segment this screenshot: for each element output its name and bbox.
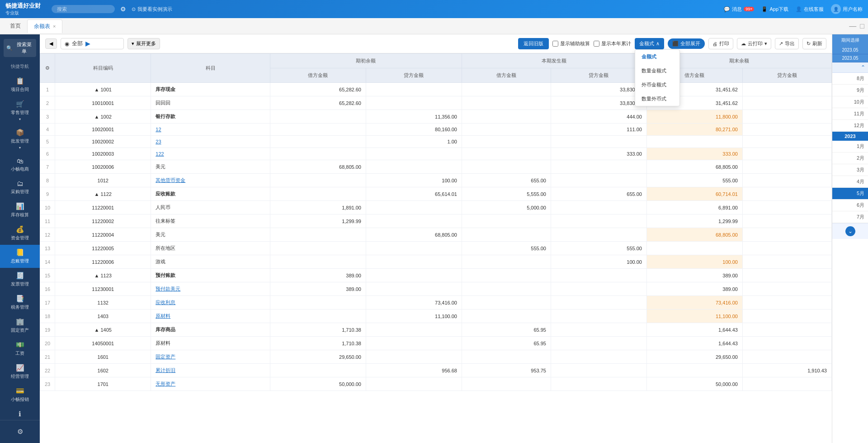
cell-name: 银行存款 (151, 110, 270, 124)
name-link[interactable]: 累计折旧 (156, 367, 175, 373)
return-old-btn[interactable]: 返回旧版 (518, 38, 549, 49)
name-link[interactable]: 固定资产 (156, 354, 175, 359)
show-ytd-checkbox[interactable] (594, 41, 599, 47)
print-btn[interactable]: 🖨 打印 (708, 38, 733, 49)
cell-name[interactable]: 12 (151, 124, 270, 136)
format-dropdown-btn[interactable]: 金额式 ∧ (635, 38, 664, 49)
nav-back-btn[interactable]: ◀ (45, 38, 57, 49)
period-9[interactable]: 9月 (832, 85, 868, 96)
cloud-print-btn[interactable]: ☁ 云打印 ▾ (737, 38, 771, 49)
show-ytd-label[interactable]: 显示本年累计 (594, 40, 631, 47)
period-10[interactable]: 10月 (832, 96, 868, 108)
tab-close-btn[interactable]: × (53, 24, 56, 29)
th-settings[interactable]: ⚙ (40, 54, 55, 83)
name-link[interactable]: 122 (156, 151, 164, 157)
period-11[interactable]: 11月 (832, 108, 868, 120)
sidebar-item-expense[interactable]: 💳 小畅报销 (0, 383, 40, 406)
name-link[interactable]: 其他货币资金 (156, 177, 185, 183)
sidebar-item-project[interactable]: 📋 项目合同 (0, 73, 40, 96)
user-area[interactable]: 👤 用户名称 (831, 4, 863, 14)
demo-link[interactable]: ⊙ 我要看实例演示 (132, 6, 172, 13)
format-option-amount[interactable]: 金额式 (635, 50, 679, 64)
period-collapse-down-btn[interactable]: ⌄ (832, 223, 868, 239)
period-8[interactable]: 8月 (832, 73, 868, 85)
period-7[interactable]: 7月 (832, 211, 868, 223)
settings-gear-icon[interactable]: ⚙ (120, 5, 126, 13)
sidebar-search-btn[interactable]: 🔍 搜索菜单 (4, 39, 36, 57)
sidebar-item-ecom[interactable]: 🛍 小畅电商 (0, 153, 40, 176)
name-link[interactable]: 无形资产 (156, 381, 175, 386)
period-2[interactable]: 2月 (832, 152, 868, 164)
online-service-btn[interactable]: 👤 在线客服 (796, 6, 824, 13)
format-option-forex-amount[interactable]: 外币金额式 (635, 78, 679, 92)
cell-name[interactable]: 原材料 (151, 310, 270, 323)
cell-code: 14050001 (55, 337, 151, 350)
sidebar-item-ops[interactable]: 📈 经营管理 (0, 360, 40, 383)
sidebar-item-wholesale[interactable]: 📦 批发管理 ▾ (0, 125, 40, 153)
cell-row-num: 1 (40, 83, 55, 96)
search-forward-btn[interactable]: ▶ (85, 40, 90, 47)
msg-label: 消息 (732, 6, 742, 13)
expand-all-btn[interactable]: ⬛ 全部展开 (668, 38, 705, 49)
cell-name[interactable]: 122 (151, 148, 270, 160)
sidebar-item-finance[interactable]: 💰 资金管理 (0, 222, 40, 245)
maximize-btn[interactable]: □ (860, 22, 864, 30)
cell-closing-credit (742, 110, 831, 124)
sidebar-item-base[interactable]: ℹ 基础信息 (0, 406, 40, 420)
name-link[interactable]: 原材料 (156, 313, 170, 319)
cell-code: 10020006 (55, 160, 151, 174)
sidebar-item-ledger[interactable]: 📒 总账管理 (0, 245, 40, 268)
cell-name[interactable]: 无形资产 (151, 377, 270, 391)
name-link[interactable]: 12 (156, 127, 161, 132)
period-3[interactable]: 3月 (832, 164, 868, 176)
cell-name[interactable]: 累计折旧 (151, 364, 270, 377)
cell-closing-credit (742, 242, 831, 255)
sidebar-item-inventory[interactable]: 📊 库存核算 (0, 199, 40, 222)
format-option-qty-amount[interactable]: 数量金额式 (635, 64, 679, 78)
sidebar-item-label-inventory: 库存核算 (11, 212, 29, 218)
name-link[interactable]: 23 (156, 139, 161, 144)
msg-btn[interactable]: 💬 消息 99+ (724, 6, 754, 13)
period-12[interactable]: 12月 (832, 120, 868, 132)
sidebar-item-invoice[interactable]: 🧾 发票管理 (0, 268, 40, 291)
expand-more-btn[interactable]: ▾ 展开更多 (127, 38, 160, 49)
period-4[interactable]: 4月 (832, 176, 868, 188)
cell-name[interactable]: 应收利息 (151, 296, 270, 310)
app-download-btn[interactable]: 📱 App下载 (761, 6, 788, 13)
cell-name[interactable]: 23 (151, 136, 270, 148)
cell-name[interactable]: 其他货币资金 (151, 174, 270, 187)
export-btn[interactable]: ↗ 导出 (775, 38, 799, 49)
name-link[interactable]: 应收利息 (156, 300, 175, 305)
top-search-input[interactable] (52, 5, 115, 13)
tab-yue-biao[interactable]: 余额表 × (27, 19, 62, 33)
tab-home[interactable]: 首页 (4, 19, 27, 33)
period-collapse-up-btn[interactable]: ⌃ (832, 62, 868, 73)
period-6[interactable]: 6月 (832, 200, 868, 211)
sidebar-settings-btn[interactable]: ⚙ (0, 424, 40, 439)
show-aux-checkbox[interactable] (552, 41, 558, 47)
period-year1: 2023.05 (832, 46, 868, 54)
ledger-icon: 📒 (16, 248, 24, 257)
refresh-btn[interactable]: ↻ 刷新 (802, 38, 826, 49)
format-option-qty-forex[interactable]: 数量外币式 (635, 92, 679, 106)
sidebar-item-retail[interactable]: 🛒 零售管理 ▾ (0, 96, 40, 125)
cell-name[interactable]: 固定资产 (151, 350, 270, 364)
minimize-btn[interactable]: — (849, 22, 856, 30)
cell-row-num: 2 (40, 96, 55, 110)
cell-code: ▲ 1002 (55, 110, 151, 124)
print-label: 打印 (719, 40, 729, 47)
sidebar-item-purchase[interactable]: 🗂 采购管理 (0, 176, 40, 199)
sidebar-item-assets[interactable]: 🏢 固定资产 (0, 314, 40, 337)
period-1[interactable]: 1月 (832, 141, 868, 152)
top-bar-center: ⚙ ⊙ 我要看实例演示 (52, 5, 724, 13)
period-2023-year[interactable]: 2023 (832, 132, 868, 141)
cell-current-credit (551, 296, 646, 310)
name-link[interactable]: 预付款美元 (156, 286, 180, 291)
show-aux-label[interactable]: 显示辅助核算 (552, 40, 590, 47)
cell-row-num: 19 (40, 323, 55, 337)
cell-name[interactable]: 预付款美元 (151, 282, 270, 296)
sidebar-item-label-retail: 零售管理 (11, 110, 29, 116)
sidebar-item-salary[interactable]: 💵 工资 (0, 337, 40, 360)
period-5[interactable]: 5月 (832, 188, 868, 200)
sidebar-item-tax[interactable]: 📑 税务管理 (0, 291, 40, 314)
